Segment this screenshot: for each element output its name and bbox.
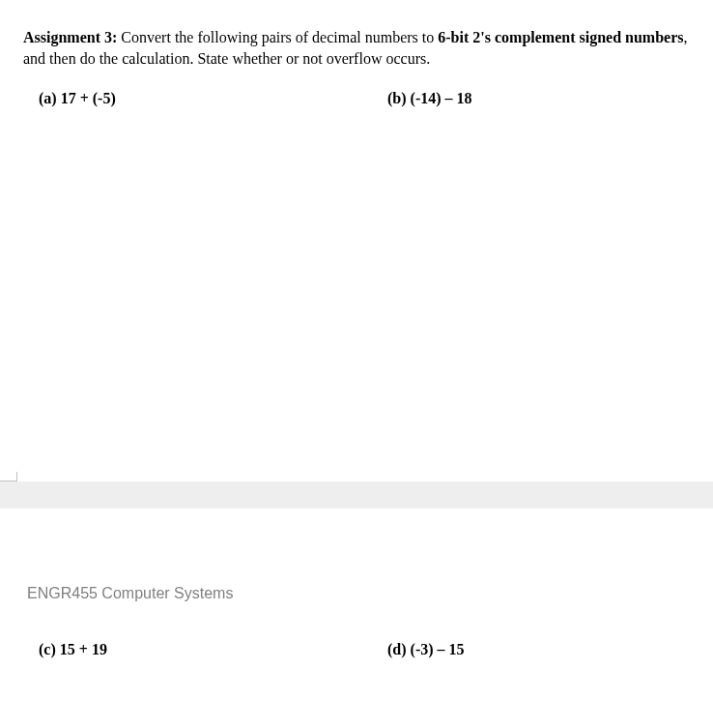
page-content: Assignment 3: Convert the following pair…: [0, 0, 713, 107]
page-break: [0, 481, 713, 509]
assignment-text-1: Convert the following pairs of decimal n…: [117, 29, 438, 45]
problem-d-expr: (-3) – 15: [411, 641, 465, 657]
page-separator-bar: [0, 481, 713, 509]
problem-a-expr: 17 + (-5): [61, 90, 116, 106]
assignment-bold: 6-bit 2's complement signed numbers: [438, 29, 683, 45]
assignment-header: Assignment 3: Convert the following pair…: [23, 27, 690, 71]
lower-section: ENGR455 Computer Systems (c) 15 + 19 (d)…: [0, 585, 713, 658]
problem-c-label: (c): [39, 641, 60, 657]
problem-b-expr: (-14) – 18: [411, 90, 472, 106]
problem-a-label: (a): [39, 90, 61, 106]
problems-row-1: (a) 17 + (-5) (b) (-14) – 18: [23, 90, 690, 107]
problem-b: (b) (-14) – 18: [341, 90, 690, 107]
problem-c-expr: 15 + 19: [60, 641, 107, 657]
assignment-label: Assignment 3:: [23, 29, 117, 45]
course-title: ENGR455 Computer Systems: [23, 585, 690, 602]
problem-d-label: (d): [387, 641, 411, 657]
problem-d: (d) (-3) – 15: [341, 641, 690, 658]
problem-c: (c) 15 + 19: [39, 641, 341, 658]
problems-row-2: (c) 15 + 19 (d) (-3) – 15: [23, 641, 690, 658]
page-corner-icon: [0, 472, 17, 481]
problem-a: (a) 17 + (-5): [39, 90, 341, 107]
problem-b-label: (b): [387, 90, 411, 106]
